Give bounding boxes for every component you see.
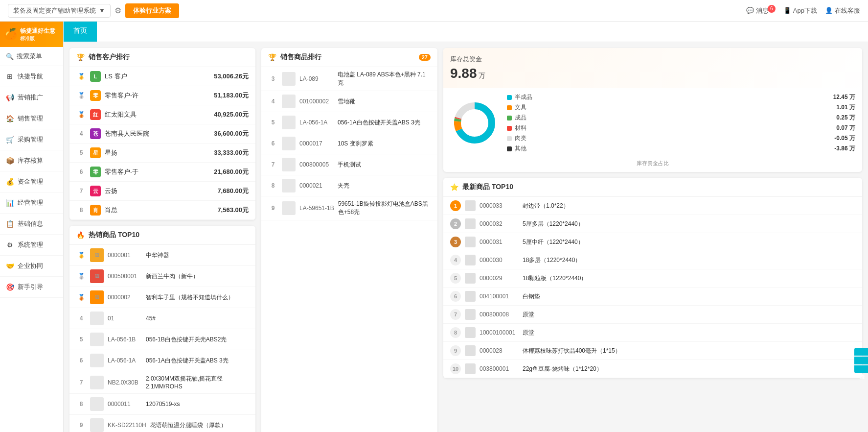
inventory-total-value: 9.88 — [450, 66, 477, 81]
sidebar-logo: 🍊 畅捷通好生意 标准版 — [0, 22, 63, 47]
sales-product-rank: 7 — [268, 161, 278, 168]
rank-medal: 🥇 — [76, 73, 86, 80]
new-product-rank: 4 — [450, 255, 461, 265]
new-product-item: 8 10000100001 原堂 — [443, 324, 862, 342]
gear-icon[interactable]: ⚙ — [114, 6, 121, 15]
customer-badge: 星 — [90, 147, 101, 158]
app-download-label: App下载 — [793, 6, 817, 15]
inventory-total-unit: 万 — [479, 72, 485, 79]
sidebar-item-system[interactable]: ⚙ 系统管理 — [0, 235, 63, 256]
product-rank-number: 4 — [76, 315, 86, 322]
main-layout: 🍊 畅捷通好生意 标准版 🔍 搜索菜单 ⊞ 快捷导航 📢 营销推广 🏠 销售管理… — [0, 22, 868, 432]
new-product-item: 1 0000033 封边带（1.0*22） — [443, 197, 862, 215]
new-product-image — [465, 363, 476, 374]
new-product-item: 4 0000030 18多层（1220*2440） — [443, 251, 862, 269]
product-name: 056-1B白色按键开关壳ABS2壳 — [146, 336, 249, 344]
new-product-image — [465, 255, 476, 265]
product-item: 9 KK-SD22110H 花语萌恒温分腿睡袋（厚款） — [69, 415, 255, 432]
sidebar-item-guide[interactable]: 🎯 新手引导 — [0, 277, 63, 298]
new-product-image — [465, 345, 476, 356]
legend-item: 肉类 -0.05 万 — [507, 134, 855, 143]
legend-value: 12.45 万 — [828, 93, 855, 101]
system-selector[interactable]: 装备及固定资产辅助管理系统 ▼ — [8, 4, 111, 18]
enterprise-icon: 🤝 — [6, 262, 14, 270]
new-product-code: 000800008 — [480, 311, 519, 318]
sales-product-image — [282, 72, 296, 86]
sidebar-item-operation[interactable]: 📊 经营管理 — [0, 192, 63, 214]
sidebar-item-enterprise[interactable]: 🤝 企业协同 — [0, 256, 63, 277]
sidebar-item-marketing[interactable]: 📢 营销推广 — [0, 87, 63, 108]
rank-number: 5 — [76, 149, 86, 156]
customer-badge: 零 — [90, 167, 101, 177]
sidebar-item-basic[interactable]: 📋 基础信息 — [0, 214, 63, 235]
sidebar-item-quick-nav[interactable]: ⊞ 快捷导航 — [0, 66, 63, 87]
new-product-rank: 7 — [450, 309, 461, 320]
sales-icon: 🏠 — [6, 115, 14, 122]
rank-number: 4 — [76, 130, 86, 137]
sales-product-rank: 8 — [268, 182, 278, 189]
legend-label: 肉类 — [515, 134, 825, 143]
inventory-icon: 📦 — [6, 157, 14, 165]
sales-product-list: 3 LA-089 电池盖 LA-089 ABS本色+黑种 7.1克 4 0010… — [261, 67, 437, 220]
customer-amount: 40,925.00元 — [214, 110, 249, 119]
sales-product-name: 056-1A白色按键开关盖ABS 3壳 — [338, 119, 431, 127]
product-name: 中华神器 — [146, 251, 249, 260]
customer-badge: 红 — [90, 109, 101, 120]
new-product-code: 003800001 — [480, 365, 519, 372]
customer-amount: 36,600.00元 — [214, 129, 249, 138]
product-image — [90, 312, 104, 325]
sidebar-item-purchase[interactable]: 🛒 采购管理 — [0, 129, 63, 150]
legend-dot — [507, 105, 512, 110]
tab-home[interactable]: 首页 — [64, 22, 97, 42]
new-product-item: 2 0000032 5厘多层（1220*2440） — [443, 215, 862, 233]
sales-product-code: LA-59651-1B — [299, 205, 334, 212]
sidebar-label: 销售管理 — [18, 114, 43, 123]
cs-community-btn[interactable]: 服务社区 — [854, 357, 868, 364]
message-action[interactable]: 💬 消息 6 — [746, 6, 776, 15]
legend-value: -0.05 万 — [828, 134, 855, 143]
rank-item: 🥇 L LS 客户 53,006.26元 — [69, 67, 255, 86]
search-label: 搜索菜单 — [17, 52, 42, 61]
sidebar-item-finance[interactable]: 💰 资金管理 — [0, 171, 63, 192]
new-product-code: 0000030 — [480, 257, 519, 264]
legend-dot — [507, 95, 512, 100]
sidebar-item-sales[interactable]: 🏠 销售管理 — [0, 108, 63, 129]
rank-medal: 🥈 — [76, 92, 86, 99]
customer-name: 零售客户-于 — [105, 168, 210, 176]
online-service-action[interactable]: 👤 在线客服 — [825, 6, 860, 15]
sidebar-label: 经营管理 — [18, 198, 43, 207]
cs-hotline-btn[interactable]: 客服热线 — [854, 348, 868, 356]
new-product-item: 5 0000029 18颗粒板（1220*2440） — [443, 269, 862, 288]
sidebar-label: 新手引导 — [18, 283, 43, 291]
customer-name: 肖总 — [105, 206, 213, 215]
sidebar-item-inventory[interactable]: 📦 库存核算 — [0, 150, 63, 171]
new-product-code: 0000033 — [480, 202, 519, 209]
new-product-rank: 8 — [450, 327, 461, 338]
sales-customer-ranking-list: 🥇 L LS 客户 53,006.26元 🥈 零 零售客户-许 51,183.0… — [69, 67, 255, 220]
legend-value: -3.86 万 — [828, 144, 855, 153]
rank-medal: 🥉 — [76, 111, 86, 118]
new-product-name: 18颗粒板（1220*2440） — [523, 274, 587, 283]
product-image — [90, 376, 104, 389]
sales-product-image — [282, 116, 296, 129]
product-rank-medal: 🥈 — [76, 273, 86, 280]
legend-dot — [507, 116, 512, 120]
app-download-action[interactable]: 📱 App下载 — [783, 6, 817, 15]
sales-product-code: 0000017 — [299, 140, 334, 147]
cs-live-btn[interactable]: 直播 — [854, 365, 868, 373]
hot-products-card: 🔥 热销商品 TOP10 🥇 🖼 0000001 中华神器 🥈 🖼 000500… — [69, 226, 255, 432]
product-code: KK-SD22110H — [108, 422, 146, 429]
sidebar-search[interactable]: 🔍 搜索菜单 — [0, 47, 63, 66]
sidebar-label: 库存核算 — [18, 156, 43, 165]
rank-item: 8 肖 肖总 7,563.00元 — [69, 201, 255, 220]
sales-product-item: 3 LA-089 电池盖 LA-089 ABS本色+黑种 7.1克 — [261, 67, 437, 91]
new-product-rank: 10 — [450, 363, 461, 374]
sales-product-image — [282, 179, 296, 192]
product-name: 2.0X30MM双摇花轴,摇花直径2.1MM/ROHS — [146, 375, 249, 390]
product-code: 0000002 — [108, 294, 142, 301]
search-icon: 🔍 — [6, 53, 14, 60]
trial-button[interactable]: 体验行业方案 — [125, 3, 179, 18]
new-product-image — [465, 309, 476, 320]
sales-product-rank: 3 — [268, 75, 278, 82]
sidebar-label: 企业协同 — [18, 262, 43, 270]
